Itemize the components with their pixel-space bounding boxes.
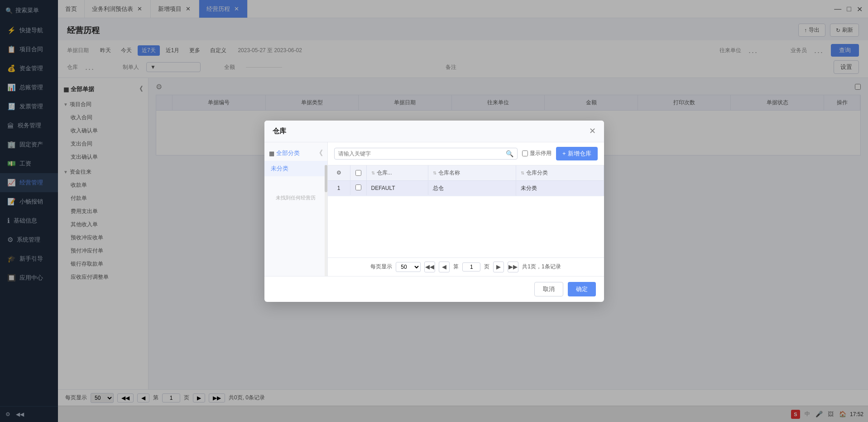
modal-select-all[interactable] bbox=[355, 170, 361, 176]
modal-left-scrollbar-thumb[interactable] bbox=[325, 165, 327, 192]
modal-col-cat-header: ⇅ 仓库分类 bbox=[516, 165, 604, 180]
modal-title: 仓库 bbox=[273, 127, 286, 136]
sort-icon-code: ⇅ bbox=[371, 170, 375, 175]
modal-left-grid-icon: ▦ bbox=[269, 150, 274, 157]
modal-col-name-label: 仓库名称 bbox=[438, 169, 460, 177]
warehouse-modal: 仓库 ✕ ▦ 全部分类 《 未分类 未找到任何经营历 bbox=[264, 121, 604, 302]
modal-per-page-select[interactable]: 10 20 50 100 bbox=[396, 262, 421, 272]
modal-page-input[interactable] bbox=[462, 262, 480, 272]
modal-table: ⚙ ⇅ 仓库... ⇅ 仓库名称 bbox=[328, 165, 604, 257]
table-row[interactable]: 1 DEFAULT 总仓 未分类 bbox=[328, 181, 604, 196]
row-cat: 未分类 bbox=[516, 181, 604, 196]
add-warehouse-button[interactable]: + 新增仓库 bbox=[556, 147, 598, 160]
modal-left-toggle-button[interactable]: 《 bbox=[316, 149, 323, 158]
sort-icon-cat: ⇅ bbox=[521, 170, 524, 175]
modal-close-button[interactable]: ✕ bbox=[589, 127, 596, 135]
add-icon: + bbox=[562, 150, 566, 157]
row-name-value: 总仓 bbox=[433, 185, 444, 191]
modal-header: 仓库 ✕ bbox=[264, 121, 604, 142]
modal-col-cat-label: 仓库分类 bbox=[526, 169, 548, 177]
modal-right-panel: 🔍 显示停用 + 新增仓库 ⚙ bbox=[328, 142, 604, 276]
modal-left-category-item[interactable]: 未分类 bbox=[264, 161, 327, 176]
add-label: 新增仓库 bbox=[568, 150, 591, 158]
modal-toolbar: 🔍 显示停用 + 新增仓库 bbox=[328, 142, 604, 165]
modal-footer: 取消 确定 bbox=[264, 276, 604, 302]
row-name: 总仓 bbox=[428, 181, 516, 196]
modal-table-header: ⚙ ⇅ 仓库... ⇅ 仓库名称 bbox=[328, 165, 604, 181]
modal-left-panel: ▦ 全部分类 《 未分类 未找到任何经营历 bbox=[264, 142, 328, 276]
show-disabled-text: 显示停用 bbox=[530, 150, 551, 157]
modal-col-chk bbox=[350, 165, 367, 180]
no-record-text: 未找到任何经营历 bbox=[276, 195, 316, 200]
modal-pagination: 每页显示 10 20 50 100 ◀◀ ◀ 算 页 ▶ ▶▶ 共1页，1条记录 bbox=[328, 257, 604, 276]
row-idx-value: 1 bbox=[337, 185, 340, 191]
modal-col-idx: ⚙ bbox=[328, 165, 350, 180]
modal-prev-page-btn[interactable]: ◀ bbox=[439, 262, 450, 272]
show-disabled-label[interactable]: 显示停用 bbox=[522, 150, 551, 157]
show-disabled-checkbox[interactable] bbox=[522, 150, 528, 156]
modal-page-label: 算 bbox=[453, 263, 459, 271]
modal-first-page-btn[interactable]: ◀◀ bbox=[424, 262, 435, 272]
modal-search-input[interactable] bbox=[338, 150, 503, 157]
row-idx: 1 bbox=[328, 181, 350, 195]
row-cat-value: 未分类 bbox=[521, 185, 537, 191]
row-code-value: DEFAULT bbox=[371, 185, 395, 191]
modal-all-category-label[interactable]: 全部分类 bbox=[276, 149, 300, 157]
modal-left-header: ▦ 全部分类 《 bbox=[264, 146, 327, 161]
modal-body: ▦ 全部分类 《 未分类 未找到任何经营历 bbox=[264, 142, 604, 276]
modal-col-code-header: ⇅ 仓库... bbox=[367, 165, 428, 180]
modal-left-no-record: 未找到任何经营历 bbox=[264, 176, 327, 219]
sort-icon-name: ⇅ bbox=[433, 170, 436, 175]
cancel-button[interactable]: 取消 bbox=[534, 282, 563, 296]
confirm-button[interactable]: 确定 bbox=[568, 282, 596, 296]
modal-next-page-btn[interactable]: ▶ bbox=[493, 262, 504, 272]
settings-icon-small[interactable]: ⚙ bbox=[336, 170, 341, 176]
modal-category-label: 未分类 bbox=[271, 165, 288, 172]
modal-last-page-btn[interactable]: ▶▶ bbox=[508, 262, 518, 272]
modal-col-code-label: 仓库... bbox=[377, 169, 392, 177]
modal-per-page-label: 每页显示 bbox=[370, 263, 392, 271]
modal-left-scrollbar[interactable] bbox=[325, 165, 327, 276]
modal-total-text: 共1页，1条记录 bbox=[522, 263, 561, 271]
modal-search-icon: 🔍 bbox=[506, 150, 513, 157]
modal-col-name-header: ⇅ 仓库名称 bbox=[428, 165, 516, 180]
row-checkbox[interactable] bbox=[355, 184, 361, 190]
modal-overlay: 仓库 ✕ ▦ 全部分类 《 未分类 未找到任何经营历 bbox=[0, 0, 868, 422]
modal-search-box[interactable]: 🔍 bbox=[334, 148, 518, 160]
row-chk[interactable] bbox=[350, 181, 367, 195]
modal-page-unit: 页 bbox=[484, 263, 489, 271]
row-code: DEFAULT bbox=[367, 181, 428, 195]
